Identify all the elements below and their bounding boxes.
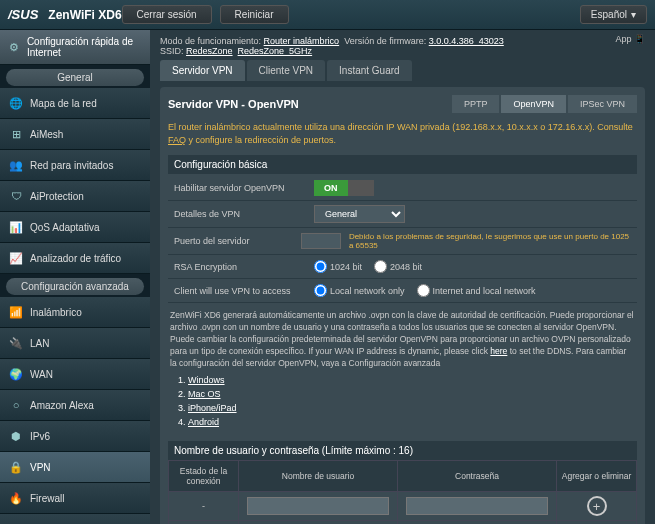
nav-aimesh[interactable]: ⊞AiMesh xyxy=(0,119,150,150)
reboot-button[interactable]: Reiniciar xyxy=(220,5,289,24)
language-label: Español xyxy=(591,9,627,20)
mesh-icon: ⊞ xyxy=(8,126,24,142)
access-both-radio[interactable] xyxy=(417,284,430,297)
password-input[interactable] xyxy=(406,497,549,515)
rsa-1024-label: 1024 bit xyxy=(330,262,362,272)
nav-label: Analizador de tráfico xyxy=(30,253,121,264)
globe-icon: 🌍 xyxy=(8,366,24,382)
tab-vpn-server[interactable]: Servidor VPN xyxy=(160,60,245,81)
nav-lan[interactable]: 🔌LAN xyxy=(0,328,150,359)
users-icon: 👥 xyxy=(8,157,24,173)
rsa-2048-label: 2048 bit xyxy=(390,262,422,272)
nav-vpn[interactable]: 🔒VPN xyxy=(0,452,150,483)
globe-icon: 🌐 xyxy=(8,95,24,111)
nav-label: VPN xyxy=(30,462,51,473)
nav-firewall[interactable]: 🔥Firewall xyxy=(0,483,150,514)
firewall-icon: 🔥 xyxy=(8,490,24,506)
os-macos[interactable]: Mac OS xyxy=(188,387,635,401)
nav-traffic-analyzer[interactable]: 📈Analizador de tráfico xyxy=(0,243,150,274)
language-select[interactable]: Español ▾ xyxy=(580,5,647,24)
quick-setup-label: Configuración rápida de Internet xyxy=(27,36,142,58)
nav-qos[interactable]: 📊QoS Adaptativa xyxy=(0,212,150,243)
th-username: Nombre de usuario xyxy=(239,461,398,492)
subtab-ipsec[interactable]: IPSec VPN xyxy=(568,95,637,113)
nav-wan[interactable]: 🌍WAN xyxy=(0,359,150,390)
vpn-panel: Servidor VPN - OpenVPN PPTP OpenVPN IPSe… xyxy=(160,87,645,524)
wifi-icon: 📶 xyxy=(8,304,24,320)
gauge-icon: 📊 xyxy=(8,219,24,235)
access-both-label: Internet and local network xyxy=(433,286,536,296)
alexa-icon: ○ xyxy=(8,397,24,413)
os-windows[interactable]: Windows xyxy=(188,373,635,387)
userpass-header: Nombre de usuario y contraseña (Límite m… xyxy=(168,441,637,460)
fw-link[interactable]: 3.0.0.4.386_43023 xyxy=(429,36,504,46)
nav-label: Red para invitados xyxy=(30,160,113,171)
userpass-table: Estado de la conexión Nombre de usuario … xyxy=(168,460,637,524)
enable-toggle[interactable]: ON xyxy=(314,180,374,196)
tab-instant-guard[interactable]: Instant Guard xyxy=(327,60,412,81)
table-input-row: - + xyxy=(169,492,637,521)
nav-label: LAN xyxy=(30,338,49,349)
rsa-label: RSA Encryption xyxy=(174,262,314,272)
model-name: ZenWiFi XD6 xyxy=(48,8,121,22)
nav-alexa[interactable]: ○Amazon Alexa xyxy=(0,390,150,421)
details-label: Detalles de VPN xyxy=(174,209,314,219)
gear-icon: ⚙ xyxy=(8,39,21,55)
cell-pass xyxy=(398,521,557,525)
quick-setup-button[interactable]: ⚙ Configuración rápida de Internet xyxy=(0,30,150,65)
basic-config-header: Configuración básica xyxy=(168,155,637,174)
nav-guest-network[interactable]: 👥Red para invitados xyxy=(0,150,150,181)
chevron-down-icon: ▾ xyxy=(631,9,636,20)
cell-user: admin xyxy=(239,521,398,525)
access-local-radio[interactable] xyxy=(314,284,327,297)
row-enable-openvpn: Habilitar servidor OpenVPN ON xyxy=(168,176,637,201)
chart-icon: 📈 xyxy=(8,250,24,266)
rsa-2048-radio[interactable] xyxy=(374,260,387,273)
access-label: Client will use VPN to access xyxy=(174,286,314,296)
th-connection: Estado de la conexión xyxy=(169,461,239,492)
brand-logo: /SUS xyxy=(8,7,38,22)
subtab-openvpn[interactable]: OpenVPN xyxy=(501,95,566,113)
nav-ipv6[interactable]: ⬢IPv6 xyxy=(0,421,150,452)
port-label: Puerto del servidor xyxy=(174,236,301,246)
general-header: General xyxy=(6,69,144,86)
details-select[interactable]: General xyxy=(314,205,405,223)
fw-label: Versión de firmware: xyxy=(344,36,426,46)
main-content: App 📱 Modo de funcionamiento: Router ina… xyxy=(150,30,655,524)
panel-title: Servidor VPN - OpenVPN xyxy=(168,98,299,110)
advanced-header: Configuración avanzada xyxy=(6,278,144,295)
port-input[interactable] xyxy=(301,233,341,249)
sidebar: ⚙ Configuración rápida de Internet Gener… xyxy=(0,30,150,524)
nav-wireless[interactable]: 📶Inalámbrico xyxy=(0,297,150,328)
th-password: Contraseña xyxy=(398,461,557,492)
access-local-label: Local network only xyxy=(330,286,405,296)
os-ios[interactable]: iPhone/iPad xyxy=(188,401,635,415)
nav-label: Firewall xyxy=(30,493,64,504)
enable-label: Habilitar servidor OpenVPN xyxy=(174,183,314,193)
nav-network-map[interactable]: 🌐Mapa de la red xyxy=(0,88,150,119)
mode-label: Modo de funcionamiento: xyxy=(160,36,261,46)
logout-button[interactable]: Cerrar sesión xyxy=(122,5,212,24)
nav-admin[interactable]: ⚙Administración xyxy=(0,514,150,524)
ssid1-link[interactable]: RedesZone xyxy=(186,46,233,56)
add-user-button[interactable]: + xyxy=(587,496,607,516)
faq-link[interactable]: FAQ xyxy=(168,135,186,145)
row-vpn-details: Detalles de VPN General xyxy=(168,201,637,228)
nav-label: Mapa de la red xyxy=(30,98,97,109)
nav-aiprotection[interactable]: 🛡AiProtection xyxy=(0,181,150,212)
cell-action: - xyxy=(557,521,637,525)
toggle-on: ON xyxy=(314,180,348,196)
ssid2-link[interactable]: RedesZone_5GHz xyxy=(238,46,313,56)
lan-icon: 🔌 xyxy=(8,335,24,351)
subtab-pptp[interactable]: PPTP xyxy=(452,95,500,113)
os-android[interactable]: Android xyxy=(188,415,635,429)
ddns-here-link[interactable]: here xyxy=(490,346,507,356)
nav-label: Amazon Alexa xyxy=(30,400,94,411)
app-link[interactable]: App 📱 xyxy=(615,34,645,44)
tab-vpn-client[interactable]: Cliente VPN xyxy=(247,60,325,81)
mode-link[interactable]: Router inalámbrico xyxy=(264,36,340,46)
rsa-1024-radio[interactable] xyxy=(314,260,327,273)
ssid-label: SSID: xyxy=(160,46,184,56)
username-input[interactable] xyxy=(247,497,390,515)
vpn-icon: 🔒 xyxy=(8,459,24,475)
